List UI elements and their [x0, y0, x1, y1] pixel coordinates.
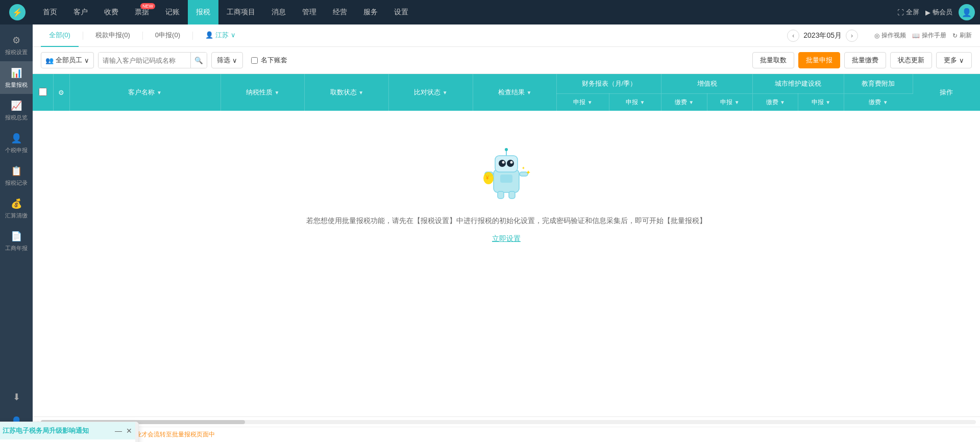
main-content: 全部(0) 税款申报(0) 0申报(0) 👤 江苏 ∨ ‹ 2023年05月 ›…	[33, 24, 980, 442]
fetch-status-sort-icon[interactable]: ▼	[358, 90, 363, 95]
nav-tax[interactable]: 报税	[188, 0, 218, 24]
tab-zero-declare[interactable]: 0申报(0)	[147, 24, 188, 47]
setup-link[interactable]: 立即设置	[492, 234, 521, 243]
toolbar: 👥 全部员工 ∨ 🔍 筛选 ∨ 名下账套 批量取数 批量申报 批量缴费 状态更新…	[33, 47, 980, 74]
logo-icon: ⚡	[9, 4, 26, 20]
more-btn[interactable]: 更多 ∨	[936, 52, 972, 68]
notification-scrollbar[interactable]	[135, 422, 138, 442]
nav-accounting[interactable]: 记账	[157, 0, 188, 24]
batch-fetch-btn[interactable]: 批量取数	[752, 52, 794, 68]
nav-invoice[interactable]: 票据 NEW	[127, 0, 157, 24]
nav-manage[interactable]: 管理	[294, 0, 325, 24]
nav-home[interactable]: 首页	[35, 0, 65, 24]
financial-declare-sort[interactable]: ▼	[587, 100, 593, 105]
table-settings-icon[interactable]: ⚙	[58, 89, 64, 96]
nav-service[interactable]: 服务	[355, 0, 386, 24]
vat-pay-sort[interactable]: ▼	[689, 100, 694, 105]
city-pay-sort[interactable]: ▼	[780, 100, 785, 105]
bottom-warning-bar: ⚠ 验证账密、采集信息均成功的企业才会流转至批量报税页面中	[33, 427, 980, 442]
region-icon: 👤	[205, 31, 213, 39]
sidebar-item-settlement[interactable]: 💰 汇算清缴	[0, 192, 33, 225]
scrollbar-track	[41, 420, 976, 424]
employee-icon: 👥	[45, 57, 54, 64]
tab-divider-1	[83, 32, 83, 40]
svg-rect-12	[500, 175, 512, 183]
region-label: 江苏	[215, 31, 229, 40]
sidebar-item-personal-tax[interactable]: 👤 个税申报	[0, 127, 33, 159]
refresh-action[interactable]: ↻ 刷新	[952, 31, 972, 40]
svg-point-4	[502, 161, 505, 164]
header-financial-report: 财务报表（月/季）	[557, 74, 662, 94]
tab-region[interactable]: 👤 江苏 ∨	[197, 24, 244, 47]
tax-records-icon: 📋	[10, 165, 22, 177]
batch-declare-btn[interactable]: 批量申报	[798, 52, 840, 68]
select-all-checkbox[interactable]	[39, 88, 47, 96]
fullscreen-btn[interactable]: ⛶ 全屏	[897, 8, 919, 17]
header-city-declare: 申报 ▼	[707, 94, 752, 111]
sub-accounts-checkbox-label[interactable]: 名下账套	[251, 56, 287, 65]
svg-rect-10	[498, 191, 504, 199]
nav-settings[interactable]: 设置	[386, 0, 416, 24]
more-dropdown-icon: ∨	[959, 57, 964, 64]
video-icon: ◎	[874, 32, 879, 39]
sidebar-item-tax-settings[interactable]: ⚙ 报税设置	[0, 29, 33, 61]
refresh-icon: ↻	[952, 32, 958, 39]
nav-customer[interactable]: 客户	[65, 0, 96, 24]
member-btn[interactable]: ▶ 畅会员	[925, 8, 952, 17]
nav-biz[interactable]: 工商项目	[218, 0, 263, 24]
filter-button[interactable]: 筛选 ∨	[211, 52, 243, 68]
table-body: ¥ ✦ ✦ 若您想使用批量报税功能，请先在【报税设置】中进行报税的初始化设置，完…	[33, 111, 980, 274]
month-prev-btn[interactable]: ‹	[787, 30, 799, 42]
month-next-btn[interactable]: ›	[846, 30, 858, 42]
tab-tax-declare[interactable]: 税款申报(0)	[87, 24, 138, 47]
vat-declare-sort[interactable]: ▼	[640, 100, 645, 105]
svg-point-7	[505, 148, 508, 151]
compare-status-sort-icon[interactable]: ▼	[443, 90, 448, 95]
robot-illustration: ¥ ✦ ✦	[476, 141, 537, 203]
check-result-sort-icon[interactable]: ▼	[526, 90, 531, 95]
tax-nature-sort-icon[interactable]: ▼	[275, 90, 280, 95]
download-btn[interactable]: ⬇	[0, 385, 33, 409]
batch-pay-btn[interactable]: 批量缴费	[844, 52, 886, 68]
header-settings-cell: ⚙	[53, 74, 69, 111]
status-update-btn[interactable]: 状态更新	[890, 52, 932, 68]
city-declare-sort[interactable]: ▼	[734, 100, 740, 105]
sidebar-item-tax-overview[interactable]: 📈 报税总览	[0, 94, 33, 127]
search-input[interactable]	[99, 53, 190, 68]
fullscreen-icon: ⛶	[897, 9, 904, 16]
employee-select[interactable]: 👥 全部员工 ∨	[41, 52, 94, 68]
header-city-pay: 缴费 ▼	[753, 94, 798, 111]
annual-report-icon: 📄	[10, 230, 22, 242]
region-dropdown-icon: ∨	[231, 31, 236, 39]
avatar[interactable]: 👤	[959, 4, 975, 20]
header-tax-nature: 纳税性质 ▼	[220, 74, 305, 111]
svg-point-5	[510, 161, 513, 164]
nav-operation[interactable]: 经营	[325, 0, 355, 24]
svg-rect-1	[495, 156, 518, 172]
edu-declare-sort[interactable]: ▼	[825, 100, 830, 105]
sidebar-item-annual-report[interactable]: 📄 工商年报	[0, 225, 33, 257]
sidebar-item-batch-tax[interactable]: 📊 批量报税	[0, 61, 33, 94]
customer-sort-icon[interactable]: ▼	[157, 90, 162, 95]
manual-action[interactable]: 📖 操作手册	[912, 31, 946, 40]
header-customer-name: 客户名称 ▼	[69, 74, 220, 111]
sub-accounts-checkbox[interactable]	[251, 57, 258, 64]
search-button[interactable]: 🔍	[190, 52, 207, 68]
header-financial-declare: 申报 ▼	[557, 94, 609, 111]
month-display: 2023年05月	[803, 31, 842, 40]
nav-message[interactable]: 消息	[263, 0, 294, 24]
notification-close-btn[interactable]: ✕	[126, 427, 132, 435]
header-vat-pay: 缴费 ▼	[662, 94, 707, 111]
sidebar-item-tax-records[interactable]: 📋 报税记录	[0, 159, 33, 192]
main-table: ⚙ 客户名称 ▼ 纳税性质 ▼ 取数状态 ▼ 比对状态 ▼	[33, 74, 980, 274]
tab-all[interactable]: 全部(0)	[41, 24, 79, 47]
video-action[interactable]: ◎ 操作视频	[874, 31, 906, 40]
notification-minimize-btn[interactable]: —	[115, 427, 122, 435]
header-city-tax: 城市维护建设税	[753, 74, 844, 94]
edu-pay-sort[interactable]: ▼	[883, 100, 888, 105]
nav-collection[interactable]: 收费	[96, 0, 127, 24]
tabs-bar: 全部(0) 税款申报(0) 0申报(0) 👤 江苏 ∨ ‹ 2023年05月 ›…	[33, 24, 980, 47]
new-badge: NEW	[140, 3, 155, 9]
notification-panel: 江苏电子税务局升级影响通知 — ✕ 尊敬的用户: 受当前电子税务局进一步升级的影…	[0, 422, 139, 442]
tab-divider-2	[142, 32, 143, 40]
